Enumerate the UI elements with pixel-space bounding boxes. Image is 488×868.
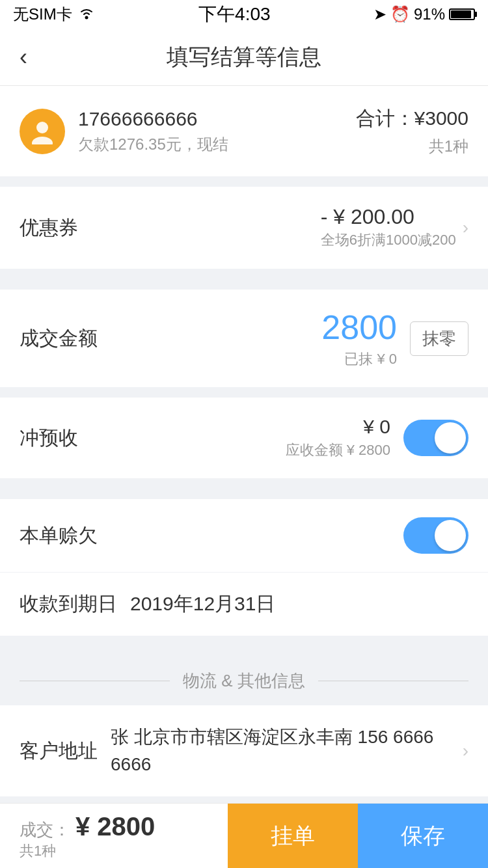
sheqian-row: 本单赊欠 — [0, 499, 488, 572]
sheqian-section: 本单赊欠 收款到期日 2019年12月31日 — [0, 499, 488, 636]
svg-point-1 — [36, 122, 48, 133]
duedate-row: 收款到期日 2019年12月31日 — [0, 573, 488, 636]
duedate-value: 2019年12月31日 — [130, 591, 275, 617]
address-value: 张 北京市市辖区海淀区永丰南 156 6666 6666 — [111, 724, 463, 778]
mo-ling-button[interactable]: 抹零 — [410, 321, 468, 356]
battery-percent: 91% — [414, 5, 445, 23]
customer-phone: 17666666666 — [78, 108, 228, 130]
coupon-label: 优惠券 — [20, 215, 78, 241]
hang-button[interactable]: 挂单 — [228, 804, 358, 869]
sheqian-toggle-knob — [435, 520, 466, 551]
bottom-amount: ¥ 2800 — [75, 812, 155, 841]
address-row[interactable]: 客户地址 张 北京市市辖区海淀区永丰南 156 6666 6666 › — [0, 705, 488, 796]
location-icon: ➤ — [373, 5, 386, 23]
customer-subtitle: 欠款1276.35元，现结 — [78, 134, 228, 155]
svg-point-0 — [85, 16, 88, 20]
status-bar: 无SIM卡 下午4:03 ➤ ⏰ 91% — [0, 0, 488, 29]
chong-amount: ¥ 0 — [286, 416, 390, 438]
customer-details: 17666666666 欠款1276.35元，现结 — [78, 108, 228, 155]
header-line-right — [318, 681, 468, 681]
chong-label: 冲预收 — [20, 425, 78, 452]
chong-precollect-section: 冲预收 ¥ 0 应收金额 ¥ 2800 — [0, 398, 488, 478]
deal-amount-row: 成交金额 2800 已抹 ¥ 0 抹零 — [0, 290, 488, 387]
page-title: 填写结算等信息 — [167, 42, 321, 72]
coupon-discount: - ¥ 200.00 — [321, 205, 456, 229]
bottom-summary: 成交： ¥ 2800 共1种 — [0, 811, 228, 861]
deal-amount-label: 成交金额 — [20, 325, 98, 352]
total-count: 共1种 — [356, 136, 468, 157]
coupon-info: - ¥ 200.00 全场6折满1000减200 — [321, 205, 456, 251]
chong-sub: 应收金额 ¥ 2800 — [286, 441, 390, 460]
no-sim-text: 无SIM卡 — [13, 4, 72, 25]
alarm-icon: ⏰ — [390, 5, 410, 23]
chong-amount-block: ¥ 0 应收金额 ¥ 2800 — [286, 416, 390, 460]
status-left: 无SIM卡 — [13, 4, 96, 25]
coupon-right: - ¥ 200.00 全场6折满1000减200 › — [321, 205, 468, 251]
nav-bar: ‹ 填写结算等信息 — [0, 29, 488, 86]
divider3 — [0, 646, 488, 657]
divider — [0, 279, 488, 290]
customer-total: 合计：¥3000 共1种 — [356, 105, 468, 157]
address-chevron-icon: › — [463, 740, 468, 761]
coupon-row[interactable]: 优惠券 - ¥ 200.00 全场6折满1000减200 › — [0, 187, 488, 269]
coupon-detail: 全场6折满1000减200 — [321, 229, 456, 251]
bottom-count: 共1种 — [20, 841, 208, 861]
bottom-bar: 成交： ¥ 2800 共1种 挂单 保存 — [0, 803, 488, 868]
status-time: 下午4:03 — [198, 2, 271, 27]
chong-toggle[interactable] — [403, 420, 468, 456]
deal-amount-block: 2800 已抹 ¥ 0 — [321, 308, 397, 369]
address-label: 客户地址 — [20, 738, 98, 765]
logistics-section-header: 物流 & 其他信息 — [0, 657, 488, 705]
sheqian-toggle[interactable] — [403, 517, 468, 554]
chong-row: 冲预收 ¥ 0 应收金额 ¥ 2800 — [0, 398, 488, 478]
logistics-label: 物流 & 其他信息 — [183, 670, 305, 692]
save-button[interactable]: 保存 — [358, 804, 488, 869]
battery-icon — [449, 8, 475, 20]
svg-point-2 — [32, 137, 53, 144]
header-line-left — [20, 681, 170, 681]
customer-card: 17666666666 欠款1276.35元，现结 合计：¥3000 共1种 — [0, 86, 488, 176]
customer-info: 17666666666 欠款1276.35元，现结 — [20, 108, 228, 155]
avatar — [20, 109, 65, 154]
back-button[interactable]: ‹ — [20, 44, 27, 71]
duedate-label: 收款到期日 — [20, 591, 117, 617]
chevron-right-icon: › — [463, 217, 468, 238]
divider2 — [0, 489, 488, 499]
sheqian-label: 本单赊欠 — [20, 522, 98, 549]
deal-amount-number: 2800 — [321, 308, 397, 347]
deal-amount-value: 2800 已抹 ¥ 0 抹零 — [321, 308, 468, 369]
deal-amount-section: 成交金额 2800 已抹 ¥ 0 抹零 — [0, 290, 488, 387]
status-right: ➤ ⏰ 91% — [373, 5, 475, 23]
total-amount: 合计：¥3000 — [356, 105, 468, 132]
deal-amount-sub: 已抹 ¥ 0 — [321, 349, 397, 369]
wifi-icon — [77, 5, 96, 23]
bottom-summary-label: 成交： — [20, 819, 70, 841]
toggle-knob — [435, 422, 466, 454]
chong-right: ¥ 0 应收金额 ¥ 2800 — [286, 416, 468, 460]
